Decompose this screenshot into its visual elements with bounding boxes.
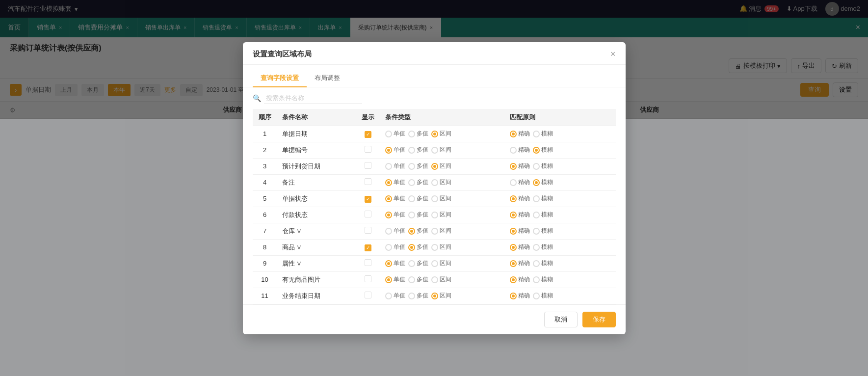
th-match: 匹配原则 xyxy=(505,109,616,119)
search-input[interactable] xyxy=(264,92,362,104)
dialog-overlay: 设置查询区域布局 × 查询字段设置 布局调整 🔍 顺序 条件名称 xyxy=(0,0,868,119)
th-order: 顺序 xyxy=(253,109,277,119)
tab-layout-label: 布局调整 xyxy=(315,74,340,81)
th-display: 显示 xyxy=(356,109,380,119)
dialog-table-container: 顺序 条件名称 显示 条件类型 匹配原则 1单据日期单值多值区间精确模糊2单据编… xyxy=(243,109,626,119)
dialog-title: 设置查询区域布局 xyxy=(253,50,312,59)
dialog-search-area: 🔍 xyxy=(243,87,626,109)
tab-layout-adjust[interactable]: 布局调整 xyxy=(307,70,348,87)
dialog-header: 设置查询区域布局 × xyxy=(243,42,626,65)
th-type: 条件类型 xyxy=(380,109,505,119)
settings-dialog: 设置查询区域布局 × 查询字段设置 布局调整 🔍 顺序 条件名称 xyxy=(243,42,626,119)
search-icon: 🔍 xyxy=(253,94,261,102)
dialog-tabs: 查询字段设置 布局调整 xyxy=(243,65,626,87)
tab-query-fields-label: 查询字段设置 xyxy=(261,74,299,81)
tab-query-fields[interactable]: 查询字段设置 xyxy=(253,70,307,87)
conditions-table: 顺序 条件名称 显示 条件类型 匹配原则 1单据日期单值多值区间精确模糊2单据编… xyxy=(253,109,616,119)
th-name: 条件名称 xyxy=(277,109,356,119)
dialog-close-button[interactable]: × xyxy=(610,49,616,59)
